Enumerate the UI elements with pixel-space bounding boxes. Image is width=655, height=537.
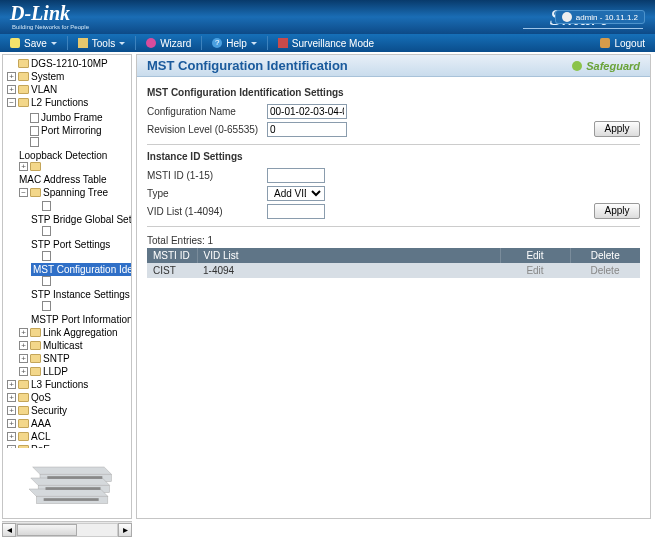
tree-stp-bridge[interactable]: STP Bridge Global Settings	[31, 201, 129, 226]
help-label: Help	[226, 38, 247, 49]
expand-icon[interactable]: +	[7, 393, 16, 402]
tree-root[interactable]: DGS-1210-10MP	[7, 57, 129, 70]
sidebar-scrollbar[interactable]: ◂ ▸	[2, 521, 132, 537]
folder-icon	[18, 393, 29, 402]
expand-icon[interactable]: +	[7, 419, 16, 428]
folder-icon	[18, 406, 29, 415]
section-instance: Instance ID Settings	[147, 151, 640, 162]
tools-icon	[78, 38, 88, 48]
msti-input[interactable]	[267, 168, 325, 183]
admin-info[interactable]: admin - 10.11.1.2	[555, 10, 645, 24]
divider	[147, 144, 640, 145]
expand-icon[interactable]: +	[7, 406, 16, 415]
surveillance-label: Surveillance Mode	[292, 38, 374, 49]
tools-label: Tools	[92, 38, 115, 49]
save-menu[interactable]: Save	[6, 38, 61, 49]
svg-marker-4	[29, 489, 108, 496]
total-entries: Total Entries: 1	[147, 235, 640, 246]
tree-vlan[interactable]: +VLAN	[7, 83, 129, 96]
collapse-icon[interactable]: −	[19, 188, 28, 197]
svg-marker-2	[30, 478, 109, 485]
tools-menu[interactable]: Tools	[74, 38, 129, 49]
safeguard-icon	[572, 61, 582, 71]
tree-qos[interactable]: +QoS	[7, 391, 129, 404]
cfg-name-input[interactable]	[267, 104, 347, 119]
expand-icon[interactable]: +	[7, 380, 16, 389]
expand-icon[interactable]: +	[19, 354, 28, 363]
folder-icon	[30, 354, 41, 363]
page-icon	[30, 113, 39, 123]
page-icon	[42, 301, 51, 311]
svg-rect-7	[45, 487, 100, 490]
section-mst-settings: MST Configuration Identification Setting…	[147, 87, 640, 98]
th-delete: Delete	[570, 248, 640, 263]
tree-l3[interactable]: +L3 Functions	[7, 378, 129, 391]
folder-icon	[18, 85, 29, 94]
scroll-thumb[interactable]	[17, 524, 77, 536]
folder-icon	[18, 432, 29, 441]
th-msti: MSTI ID	[147, 248, 197, 263]
tree-stp-port[interactable]: STP Port Settings	[31, 226, 129, 251]
vid-label: VID List (1-4094)	[147, 206, 267, 217]
apply-button-1[interactable]: Apply	[594, 121, 640, 137]
device-icon	[18, 59, 29, 68]
tree-mac[interactable]: +MAC Address Table	[19, 162, 129, 186]
expand-icon[interactable]: +	[7, 72, 16, 81]
content: MST Configuration Identification Safegua…	[136, 54, 651, 519]
save-label: Save	[24, 38, 47, 49]
tree-multicast[interactable]: +Multicast	[19, 339, 129, 352]
cell-vid: 1-4094	[197, 263, 500, 278]
wizard-icon	[146, 38, 156, 48]
tree-loopback[interactable]: Loopback Detection	[19, 137, 129, 162]
type-select[interactable]: Add VID	[267, 186, 325, 201]
tree-mirror[interactable]: Port Mirroring	[19, 124, 129, 137]
tree-acl[interactable]: +ACL	[7, 430, 129, 443]
tree-aaa[interactable]: +AAA	[7, 417, 129, 430]
tree-mst-cfg[interactable]: MST Configuration Identific	[31, 251, 129, 276]
scroll-track[interactable]	[16, 523, 118, 537]
rev-input[interactable]	[267, 122, 347, 137]
tree-stp-inst[interactable]: STP Instance Settings	[31, 276, 129, 301]
expand-icon[interactable]: +	[7, 85, 16, 94]
page-icon	[42, 226, 51, 236]
delete-link[interactable]: Delete	[570, 263, 640, 278]
logout-button[interactable]: Logout	[596, 38, 649, 49]
wizard-label: Wizard	[160, 38, 191, 49]
tree-l2[interactable]: −L2 Functions Jumbo Frame Port Mirroring…	[7, 96, 129, 378]
header: D-Link Building Networks for People Smar…	[0, 0, 655, 34]
tree-system[interactable]: +System	[7, 70, 129, 83]
edit-link[interactable]: Edit	[500, 263, 570, 278]
expand-icon[interactable]: +	[19, 328, 28, 337]
page-icon	[42, 276, 51, 286]
wizard-button[interactable]: Wizard	[142, 38, 195, 49]
tree-linkagg[interactable]: +Link Aggregation	[19, 326, 129, 339]
collapse-icon[interactable]: −	[7, 98, 16, 107]
tree-lldp[interactable]: +LLDP	[19, 365, 129, 378]
expand-icon[interactable]: +	[19, 367, 28, 376]
folder-icon	[30, 162, 41, 171]
apply-button-2[interactable]: Apply	[594, 203, 640, 219]
vid-input[interactable]	[267, 204, 325, 219]
surveillance-button[interactable]: Surveillance Mode	[274, 38, 378, 49]
table-row: CIST 1-4094 Edit Delete	[147, 263, 640, 278]
logo-tagline: Building Networks for People	[12, 24, 89, 30]
expand-icon[interactable]: +	[19, 162, 28, 171]
instance-table: MSTI ID VID List Edit Delete CIST 1-4094…	[147, 248, 640, 278]
tree-jumbo[interactable]: Jumbo Frame	[19, 111, 129, 124]
cell-msti: CIST	[147, 263, 197, 278]
page-titlebar: MST Configuration Identification Safegua…	[137, 55, 650, 77]
expand-icon[interactable]: +	[19, 341, 28, 350]
tree-security[interactable]: +Security	[7, 404, 129, 417]
admin-label: admin - 10.11.1.2	[576, 13, 638, 22]
scroll-right-button[interactable]: ▸	[118, 523, 132, 537]
tree-mstp-info[interactable]: MSTP Port Information	[31, 301, 129, 326]
scroll-left-button[interactable]: ◂	[2, 523, 16, 537]
help-icon: ?	[212, 38, 222, 48]
tree-sntp[interactable]: +SNTP	[19, 352, 129, 365]
folder-icon	[18, 72, 29, 81]
save-icon	[10, 38, 20, 48]
tree-stp[interactable]: −Spanning Tree STP Bridge Global Setting…	[19, 186, 129, 326]
page-icon	[42, 251, 51, 261]
help-menu[interactable]: ?Help	[208, 38, 261, 49]
expand-icon[interactable]: +	[7, 432, 16, 441]
